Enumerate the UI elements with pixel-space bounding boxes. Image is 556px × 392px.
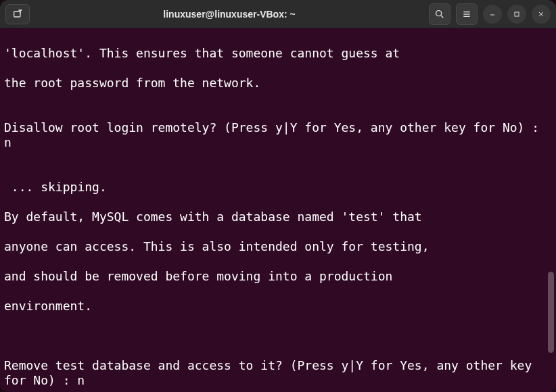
- close-button[interactable]: [532, 5, 551, 24]
- new-tab-icon: [12, 9, 23, 20]
- terminal-line: ... skipping.: [4, 180, 552, 195]
- hamburger-icon: [461, 9, 472, 20]
- svg-rect-9: [515, 12, 519, 16]
- new-tab-button[interactable]: [5, 4, 30, 24]
- terminal-line: anyone can access. This is also intended…: [4, 239, 552, 254]
- titlebar: linuxuser@linuxuser-VBox: ~: [0, 0, 556, 28]
- menu-button[interactable]: [456, 3, 478, 25]
- terminal-viewport[interactable]: 'localhost'. This ensures that someone c…: [0, 28, 556, 392]
- scrollbar-thumb[interactable]: [548, 272, 554, 353]
- terminal-line: Disallow root login remotely? (Press y|Y…: [4, 120, 552, 150]
- minimize-icon: [488, 10, 496, 18]
- maximize-button[interactable]: [507, 5, 526, 24]
- terminal-line: and should be removed before moving into…: [4, 269, 552, 284]
- terminal-line: environment.: [4, 299, 552, 314]
- svg-point-3: [436, 10, 442, 16]
- close-icon: [537, 10, 545, 18]
- svg-rect-0: [14, 11, 20, 17]
- maximize-icon: [513, 10, 521, 18]
- search-icon: [434, 9, 445, 20]
- svg-line-4: [441, 16, 443, 18]
- terminal-line: 'localhost'. This ensures that someone c…: [4, 46, 552, 61]
- minimize-button[interactable]: [483, 5, 502, 24]
- search-button[interactable]: [429, 3, 450, 25]
- terminal-line: By default, MySQL comes with a database …: [4, 210, 552, 224]
- window-title: linuxuser@linuxuser-VBox: ~: [30, 9, 429, 20]
- terminal-line: Remove test database and access to it? (…: [4, 358, 552, 388]
- terminal-line: the root password from the network.: [4, 76, 552, 91]
